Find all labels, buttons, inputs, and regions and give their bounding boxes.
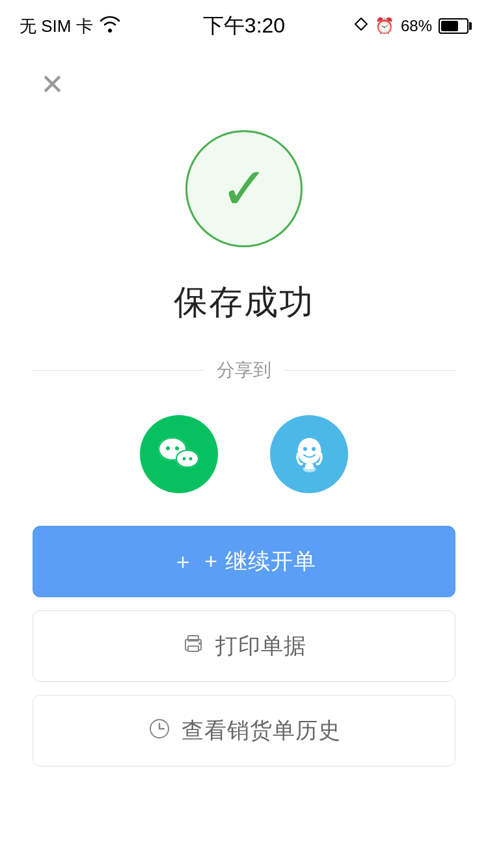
- qq-share-button[interactable]: [270, 415, 348, 493]
- plus-icon: ＋: [172, 547, 194, 576]
- svg-rect-14: [305, 464, 314, 469]
- alarm-icon: ⏰: [375, 17, 394, 35]
- print-icon: [182, 632, 205, 660]
- history-label: 查看销货单历史: [182, 716, 341, 746]
- print-button[interactable]: 打印单据: [33, 610, 455, 682]
- share-divider: 分享到: [33, 358, 455, 383]
- svg-rect-17: [188, 646, 198, 651]
- svg-point-9: [189, 457, 193, 461]
- success-title: 保存成功: [174, 280, 314, 325]
- status-time: 下午3:20: [203, 12, 285, 40]
- share-icons: [33, 415, 455, 493]
- wechat-icon: [156, 435, 202, 474]
- location-icon: [354, 17, 368, 35]
- status-left: 无 SIM 卡: [20, 15, 120, 38]
- print-label: 打印单据: [215, 631, 306, 661]
- checkmark-icon: ✓: [220, 159, 269, 218]
- qq-icon: [291, 433, 327, 476]
- history-button[interactable]: 查看销货单历史: [33, 695, 455, 766]
- wifi-icon: [100, 16, 120, 37]
- continue-label: + 继续开单: [204, 547, 316, 576]
- svg-point-12: [312, 447, 316, 451]
- svg-point-18: [198, 642, 201, 645]
- close-button[interactable]: ✕: [33, 65, 72, 104]
- continue-button[interactable]: ＋ + 继续开单: [33, 526, 455, 597]
- svg-point-8: [183, 457, 186, 461]
- battery-icon: [439, 18, 468, 34]
- success-circle: ✓: [185, 130, 303, 247]
- clock-icon: [148, 717, 171, 745]
- status-right: ⏰ 68%: [354, 17, 468, 35]
- status-bar: 无 SIM 卡 下午3:20 ⏰ 68%: [0, 0, 488, 52]
- close-icon: ✕: [40, 70, 64, 99]
- svg-point-11: [303, 447, 307, 451]
- action-buttons: ＋ + 继续开单 打印单据 查看销货单历: [33, 526, 455, 766]
- svg-point-3: [166, 446, 170, 450]
- success-area: ✓ 保存成功: [33, 130, 455, 325]
- share-label: 分享到: [204, 358, 284, 383]
- wechat-share-button[interactable]: [140, 415, 218, 493]
- svg-point-7: [177, 451, 198, 467]
- no-sim-text: 无 SIM 卡: [20, 15, 93, 38]
- main-content: ✕ ✓ 保存成功 分享到: [0, 52, 488, 766]
- share-section: 分享到: [33, 358, 455, 493]
- battery-percent: 68%: [401, 17, 432, 35]
- svg-point-10: [297, 438, 321, 464]
- svg-point-4: [175, 446, 179, 450]
